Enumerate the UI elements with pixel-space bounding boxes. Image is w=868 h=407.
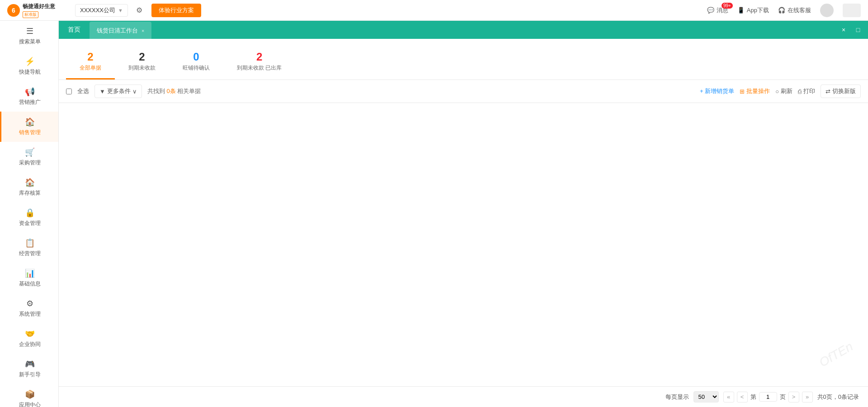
sidebar-item-label: 快捷导航 <box>19 68 41 76</box>
tab-minimize-button[interactable]: × <box>838 24 849 35</box>
app-download-item[interactable]: 📱 App下载 <box>737 6 769 14</box>
stat-label-overdue: 到期未收款 <box>128 64 156 72</box>
sidebar-item-inventory[interactable]: 🏠 库存核算 <box>0 172 58 202</box>
toolbar-right: + 新增销货单 ⊞ 批量操作 ○ 刷新 ⎙ 打印 ⇄ <box>700 84 861 98</box>
tab-qhrc[interactable]: 钱货日清工作台 × <box>90 22 151 40</box>
top-header: 6 畅捷通好生意 标准版 XXXXXX公司 ▼ ⚙ 体验行业方案 💬 消息 99… <box>0 0 868 21</box>
sidebar-item-finance[interactable]: 🔒 资金管理 <box>0 202 58 233</box>
sidebar-item-purchase[interactable]: 🛒 采购管理 <box>0 142 58 172</box>
stat-label-shipped: 到期未收款 已出库 <box>237 64 282 72</box>
online-service-item[interactable]: 🎧 在线客服 <box>778 6 811 14</box>
refresh-label: 刷新 <box>781 87 793 95</box>
prev-page-button[interactable]: < <box>737 392 748 402</box>
sidebar-item-operations[interactable]: 📋 经营管理 <box>0 233 58 263</box>
sidebar-item-label: 应用中心 <box>19 401 41 407</box>
stat-count-overdue: 2 <box>128 51 156 63</box>
basic-info-icon: 📊 <box>25 268 35 278</box>
stat-card-overdue[interactable]: 2 到期未收款 <box>115 46 169 80</box>
tab-maximize-button[interactable]: □ <box>853 24 863 35</box>
filter-icon: ▼ <box>99 88 105 95</box>
app-center-icon: 📦 <box>25 389 35 399</box>
filter-button[interactable]: ▼ 更多条件 ∨ <box>94 84 142 98</box>
stat-count-all: 2 <box>80 51 101 63</box>
message-icon: 💬 <box>707 7 714 14</box>
system-icon: ⚙ <box>26 299 33 309</box>
stat-label-all: 全部单据 <box>80 64 101 72</box>
filter-label: 更多条件 <box>107 87 131 95</box>
sidebar-item-search-menu[interactable]: ☰ 搜索菜单 <box>0 21 58 51</box>
company-dropdown-arrow: ▼ <box>118 8 123 13</box>
search-menu-icon: ☰ <box>26 26 33 36</box>
sidebar: ☰ 搜索菜单 ⚡ 快捷导航 📢 营销推广 🏠 销售管理 🛒 采购管理 🏠 库存核… <box>0 21 59 407</box>
sidebar-item-enterprise[interactable]: 🤝 企业协同 <box>0 323 58 354</box>
sidebar-item-label: 销售管理 <box>19 129 41 136</box>
sidebar-item-label: 采购管理 <box>19 159 41 167</box>
table-area <box>59 103 868 386</box>
refresh-button[interactable]: ○ 刷新 <box>775 87 793 95</box>
user-avatar[interactable] <box>820 4 834 17</box>
sales-icon: 🏠 <box>25 117 35 127</box>
page-nav: « < 第 页 > » <box>723 392 813 402</box>
page-number-input[interactable] <box>759 392 777 402</box>
main-layout: ☰ 搜索菜单 ⚡ 快捷导航 📢 营销推广 🏠 销售管理 🛒 采购管理 🏠 库存核… <box>0 21 868 407</box>
batch-button[interactable]: ⊞ 批量操作 <box>740 87 770 95</box>
app-download-icon: 📱 <box>737 7 745 14</box>
found-text: 共找到 0条 相关单据 <box>147 87 201 95</box>
sidebar-item-label: 搜索菜单 <box>19 38 41 46</box>
tab-close-icon[interactable]: × <box>142 28 144 33</box>
headset-icon: 🎧 <box>778 7 785 14</box>
settings-button[interactable]: ⚙ <box>132 4 146 17</box>
switch-label: 切换新版 <box>832 87 856 95</box>
header-right: 💬 消息 99+ 📱 App下载 🎧 在线客服 <box>707 4 861 17</box>
switch-icon: ⇄ <box>826 88 830 95</box>
sidebar-item-system[interactable]: ⚙ 系统管理 <box>0 293 58 323</box>
pagination-bar: 每页显示 50 10 20 100 « < 第 页 > » 共0页，0条记录 <box>59 386 868 407</box>
page-label: 第 <box>750 393 756 401</box>
page-suffix: 页 <box>780 393 786 401</box>
sidebar-item-basic-info[interactable]: 📊 基础信息 <box>0 263 58 293</box>
page-content: 2 全部单据 2 到期未收款 0 旺铺待确认 2 到期未收款 已出库 <box>59 39 868 407</box>
sidebar-item-label: 企业协同 <box>19 341 41 348</box>
stat-card-all[interactable]: 2 全部单据 <box>66 46 115 80</box>
sidebar-item-label: 经营管理 <box>19 250 41 257</box>
refresh-icon: ○ <box>775 88 779 95</box>
select-all-checkbox[interactable] <box>66 89 72 94</box>
add-sale-button[interactable]: + 新增销货单 <box>700 87 734 95</box>
company-selector[interactable]: XXXXXX公司 ▼ <box>75 4 128 17</box>
app-download-label: App下载 <box>747 6 769 14</box>
stat-card-wangpu[interactable]: 0 旺铺待确认 <box>169 46 223 80</box>
operations-icon: 📋 <box>25 238 35 248</box>
tab-home[interactable]: 首页 <box>59 21 90 39</box>
sidebar-item-label: 系统管理 <box>19 310 41 318</box>
sidebar-item-label: 库存核算 <box>19 189 41 197</box>
page-size-label: 每页显示 <box>665 393 689 401</box>
switch-version-button[interactable]: ⇄ 切换新版 <box>821 84 861 98</box>
sidebar-item-quick-nav[interactable]: ⚡ 快捷导航 <box>0 51 58 81</box>
print-button[interactable]: ⎙ 打印 <box>798 87 815 95</box>
toolbar: 全选 ▼ 更多条件 ∨ 共找到 0条 相关单据 + 新增销货单 ⊞ 批量操作 <box>59 80 868 103</box>
marketing-icon: 📢 <box>25 87 35 97</box>
sidebar-item-app-center[interactable]: 📦 应用中心 <box>0 384 58 407</box>
inventory-icon: 🏠 <box>25 178 35 187</box>
first-page-button[interactable]: « <box>723 392 734 402</box>
stat-card-shipped[interactable]: 2 到期未收款 已出库 <box>223 46 295 80</box>
page-size-select[interactable]: 50 10 20 100 <box>693 391 719 402</box>
select-all-label: 全选 <box>77 87 89 95</box>
enterprise-icon: 🤝 <box>25 329 35 339</box>
next-page-button[interactable]: > <box>788 392 799 402</box>
content-area: 首页 钱货日清工作台 × × □ 2 全部单据 2 到期未收款 <box>59 21 868 407</box>
sidebar-item-guide[interactable]: 🎮 新手引导 <box>0 354 58 384</box>
print-label: 打印 <box>803 87 815 95</box>
experience-button[interactable]: 体验行业方案 <box>151 4 201 17</box>
sidebar-item-label: 资金管理 <box>19 220 41 227</box>
sidebar-item-sales[interactable]: 🏠 销售管理 <box>0 112 58 142</box>
total-info: 共0页，0条记录 <box>817 393 859 401</box>
finance-icon: 🔒 <box>25 208 35 218</box>
stat-label-wangpu: 旺铺待确认 <box>183 64 210 72</box>
message-item[interactable]: 💬 消息 99+ <box>707 6 728 14</box>
last-page-button[interactable]: » <box>802 392 813 402</box>
user-menu[interactable] <box>843 4 861 17</box>
logo-text: 畅捷通好生意 标准版 <box>23 3 55 18</box>
sidebar-item-marketing[interactable]: 📢 营销推广 <box>0 81 58 112</box>
tab-bar-actions: × □ <box>838 24 868 35</box>
